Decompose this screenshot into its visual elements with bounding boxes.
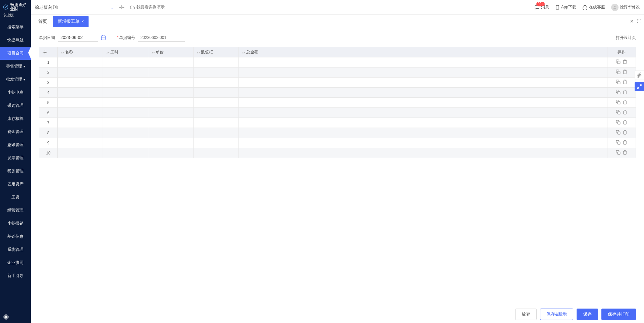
th-settings[interactable]	[39, 47, 58, 57]
cell[interactable]	[148, 148, 194, 158]
th-amount[interactable]: ▴▾总金额	[239, 47, 607, 57]
sidebar-item-18[interactable]: 企业协同	[0, 256, 31, 269]
cell[interactable]	[148, 138, 194, 148]
cell[interactable]	[103, 148, 148, 158]
discard-button[interactable]: 放弃	[515, 309, 537, 320]
cell[interactable]	[239, 88, 607, 98]
cell[interactable]	[103, 138, 148, 148]
delete-row-icon[interactable]	[623, 110, 627, 114]
copy-row-icon[interactable]	[616, 90, 621, 94]
delete-row-icon[interactable]	[623, 90, 627, 94]
docno-input[interactable]	[138, 34, 185, 42]
sidebar-item-11[interactable]: 税务管理	[0, 165, 31, 178]
tab-fullscreen-icon[interactable]: ⛶	[637, 19, 641, 24]
th-price[interactable]: ▴▾单价	[148, 47, 194, 57]
cell[interactable]	[58, 118, 103, 128]
sidebar-item-1[interactable]: 快捷导航	[0, 34, 31, 47]
cell[interactable]	[58, 108, 103, 118]
copy-row-icon[interactable]	[616, 120, 621, 125]
copy-row-icon[interactable]	[616, 80, 621, 84]
cell[interactable]	[239, 148, 607, 158]
tab-current[interactable]: 新增报工单 ×	[53, 16, 89, 27]
design-link[interactable]: 打开设计页	[616, 35, 636, 41]
cell[interactable]	[239, 57, 607, 67]
sidebar-item-3[interactable]: 零售管理▾	[0, 60, 31, 73]
cell[interactable]	[194, 128, 239, 138]
cell[interactable]	[194, 98, 239, 108]
cell[interactable]	[103, 57, 148, 67]
cell[interactable]	[103, 108, 148, 118]
sidebar-item-8[interactable]: 资金管理	[0, 125, 31, 138]
cell[interactable]	[148, 108, 194, 118]
cell[interactable]	[58, 98, 103, 108]
cell[interactable]	[148, 67, 194, 78]
delete-row-icon[interactable]	[623, 70, 627, 74]
service-button[interactable]: 在线客服	[582, 4, 605, 10]
sidebar-item-7[interactable]: 库存核算	[0, 112, 31, 125]
calendar-icon[interactable]	[101, 35, 106, 40]
delete-row-icon[interactable]	[623, 120, 627, 125]
sidebar-item-15[interactable]: 小畅报销	[0, 217, 31, 230]
cell[interactable]	[194, 138, 239, 148]
sidebar-item-6[interactable]: 采购管理	[0, 99, 31, 112]
sidebar-item-19[interactable]: 新手引导	[0, 269, 31, 282]
download-button[interactable]: App下载	[555, 4, 576, 10]
cell[interactable]	[194, 108, 239, 118]
cell[interactable]	[103, 98, 148, 108]
copy-row-icon[interactable]	[616, 150, 621, 155]
copy-row-icon[interactable]	[616, 100, 621, 104]
cell[interactable]	[194, 78, 239, 88]
th-hours[interactable]: ▴▾工时	[103, 47, 148, 57]
copy-row-icon[interactable]	[616, 59, 621, 64]
sidebar-item-16[interactable]: 基础信息	[0, 230, 31, 243]
settings-icon[interactable]	[119, 5, 124, 10]
cell[interactable]	[58, 148, 103, 158]
delete-row-icon[interactable]	[623, 140, 627, 145]
cell[interactable]	[239, 108, 607, 118]
sidebar-item-13[interactable]: 工资	[0, 191, 31, 204]
cell[interactable]	[194, 148, 239, 158]
cell[interactable]	[239, 78, 607, 88]
sidebar-settings[interactable]	[0, 311, 31, 323]
sidebar-item-17[interactable]: 系统管理	[0, 243, 31, 256]
org-selector[interactable]: 徐老板勿删! ⌄	[35, 4, 114, 10]
cell[interactable]	[239, 118, 607, 128]
date-input[interactable]	[58, 34, 98, 42]
cell[interactable]	[148, 88, 194, 98]
sidebar-item-14[interactable]: 经营管理	[0, 204, 31, 217]
cell[interactable]	[103, 128, 148, 138]
cell[interactable]	[58, 138, 103, 148]
delete-row-icon[interactable]	[623, 80, 627, 84]
delete-row-icon[interactable]	[623, 59, 627, 64]
cell[interactable]	[194, 118, 239, 128]
cell[interactable]	[103, 88, 148, 98]
cell[interactable]	[58, 128, 103, 138]
tab-close-icon[interactable]: ×	[82, 19, 84, 24]
copy-row-icon[interactable]	[616, 140, 621, 145]
sidebar-item-0[interactable]: 搜索菜单	[0, 20, 31, 34]
cell[interactable]	[239, 138, 607, 148]
cell[interactable]	[148, 78, 194, 88]
cell[interactable]	[194, 57, 239, 67]
save-new-button[interactable]: 保存&新增	[540, 309, 573, 320]
copy-row-icon[interactable]	[616, 70, 621, 74]
delete-row-icon[interactable]	[623, 100, 627, 104]
cell[interactable]	[58, 57, 103, 67]
sidebar-item-2[interactable]: 项目合同	[0, 47, 31, 60]
demo-link[interactable]: 我要看实例演示	[130, 4, 165, 10]
cell[interactable]	[58, 67, 103, 78]
messages-button[interactable]: 99+ 消息	[534, 4, 549, 10]
save-button[interactable]: 保存	[577, 309, 598, 320]
cell[interactable]	[58, 88, 103, 98]
delete-row-icon[interactable]	[623, 130, 627, 135]
th-name[interactable]: ▴▾名称	[58, 47, 103, 57]
cell[interactable]	[103, 78, 148, 88]
cell[interactable]	[103, 118, 148, 128]
tab-home[interactable]: 首页	[34, 16, 52, 27]
save-print-button[interactable]: 保存并打印	[601, 309, 636, 320]
cell[interactable]	[239, 128, 607, 138]
cell[interactable]	[148, 128, 194, 138]
cell[interactable]	[148, 98, 194, 108]
cell[interactable]	[58, 78, 103, 88]
cell[interactable]	[148, 57, 194, 67]
